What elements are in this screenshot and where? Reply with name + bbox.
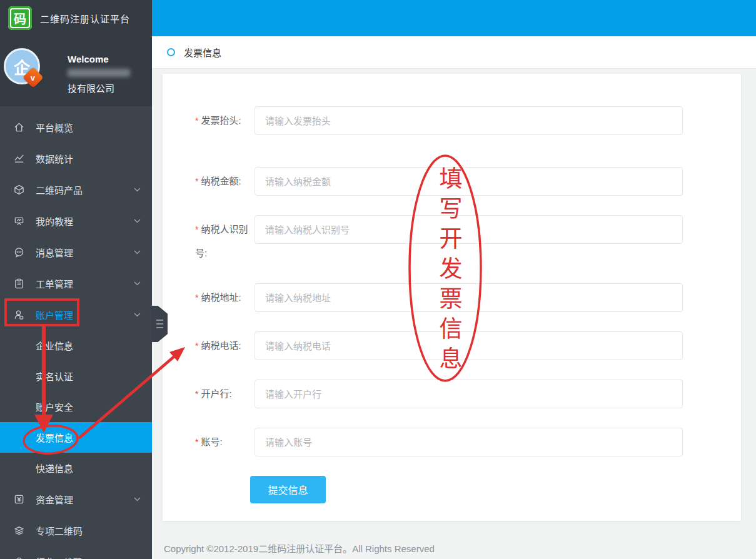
- sidebar-item-label: 账户管理: [36, 308, 73, 321]
- field-label: *开户行:: [195, 382, 255, 406]
- chevron-down-icon: [134, 188, 141, 192]
- company-name-redacted: [68, 69, 130, 77]
- medal-icon: [14, 556, 24, 559]
- chevron-down-icon: [134, 250, 141, 254]
- taxpayer-id-input[interactable]: [255, 215, 683, 244]
- sidebar: 码 二维码注册认证平台 企 v Welcome 技有限公司 平台概览 数据统计 …: [0, 0, 152, 559]
- page-title: 发票信息: [184, 46, 221, 59]
- yen-icon: [14, 494, 24, 505]
- sidebar-subitem-invoice-info[interactable]: 发票信息: [0, 422, 152, 453]
- required-marker: *: [195, 437, 198, 447]
- logo-band: 码 二维码注册认证平台: [0, 0, 152, 36]
- sidebar-item-overview[interactable]: 平台概览: [0, 111, 152, 143]
- chevron-down-icon: [134, 313, 141, 317]
- chat-icon: [14, 247, 24, 258]
- tax-phone-input[interactable]: [255, 331, 683, 360]
- sidebar-item-tutorials[interactable]: 我的教程: [0, 205, 152, 236]
- required-marker: *: [195, 224, 198, 234]
- bank-name-input[interactable]: [255, 380, 683, 408]
- sidebar-item-special-qr[interactable]: 专项二维码: [0, 515, 152, 546]
- sidebar-item-label: 工单管理: [36, 277, 73, 290]
- required-marker: *: [195, 176, 198, 186]
- sidebar-subitem-label: 企业信息: [36, 339, 73, 352]
- required-marker: *: [195, 293, 198, 303]
- sidebar-subitem-label: 实名认证: [36, 370, 73, 383]
- app-logo-icon: 码: [8, 6, 32, 30]
- sidebar-item-label: 消息管理: [36, 246, 73, 259]
- sidebar-item-industry-qr[interactable]: 行业二维码: [0, 546, 152, 559]
- sidebar-item-messages[interactable]: 消息管理: [0, 236, 152, 268]
- invoice-form-card: *发票抬头: *纳税金额: *纳税人识别号: *纳税地址: *纳税电话: *开户…: [163, 74, 741, 521]
- company-suffix: 技有限公司: [68, 81, 114, 94]
- tax-address-input[interactable]: [255, 283, 683, 312]
- sidebar-subitem-label: 快递信息: [36, 461, 73, 475]
- app-title: 二维码注册认证平台: [40, 12, 130, 25]
- account-number-input[interactable]: [255, 428, 683, 456]
- sidebar-subitem-company-info[interactable]: 企业信息: [0, 330, 152, 361]
- top-bar: [152, 0, 756, 36]
- submit-button[interactable]: 提交信息: [250, 476, 326, 503]
- sidebar-item-account[interactable]: 账户管理: [0, 299, 152, 330]
- sidebar-item-label: 数据统计: [36, 152, 73, 165]
- sidebar-subitem-real-name[interactable]: 实名认证: [0, 361, 152, 391]
- field-label: *账号:: [195, 430, 255, 454]
- sidebar-subitem-label: 发票信息: [36, 431, 73, 444]
- sidebar-item-work-orders[interactable]: 工单管理: [0, 268, 152, 299]
- field-label: *纳税电话:: [195, 334, 255, 358]
- sidebar-subitem-account-security[interactable]: 账户安全: [0, 391, 152, 422]
- footer-copyright: Copyright ©2012-2019二维码注册认证平台。All Rights…: [164, 541, 435, 555]
- tax-amount-input[interactable]: [255, 167, 683, 196]
- layers-icon: [14, 525, 24, 536]
- field-label: *纳税人识别号:: [195, 218, 255, 264]
- cube-icon: [14, 184, 24, 195]
- home-icon: [14, 122, 24, 133]
- easel-icon: [14, 216, 24, 226]
- sidebar-subitem-label: 账户安全: [36, 400, 73, 413]
- sidebar-nav: 平台概览 数据统计 二维码产品 我的教程 消息管理 工单管理 账户管: [0, 111, 152, 559]
- clipboard-icon: [14, 278, 24, 289]
- required-marker: *: [195, 116, 198, 126]
- required-marker: *: [195, 341, 198, 351]
- chevron-down-icon: [134, 219, 141, 223]
- breadcrumb-circle-icon: [167, 48, 175, 56]
- field-label: *发票抬头:: [195, 109, 255, 133]
- sidebar-item-funds[interactable]: 资金管理: [0, 483, 152, 515]
- chevron-down-icon: [134, 497, 141, 501]
- sidebar-item-label: 行业二维码: [36, 555, 83, 559]
- sidebar-item-statistics[interactable]: 数据统计: [0, 143, 152, 174]
- content-area: *发票抬头: *纳税金额: *纳税人识别号: *纳税地址: *纳税电话: *开户…: [152, 69, 756, 559]
- sidebar-item-label: 资金管理: [36, 493, 73, 506]
- user-panel: 企 v Welcome 技有限公司: [0, 36, 152, 106]
- user-icon: [14, 310, 24, 320]
- chevron-down-icon: [134, 281, 141, 286]
- field-label: *纳税地址:: [195, 286, 255, 310]
- invoice-title-input[interactable]: [255, 106, 683, 135]
- breadcrumb: 发票信息: [152, 36, 756, 69]
- sidebar-subitem-express-info[interactable]: 快递信息: [0, 453, 152, 483]
- sidebar-item-label: 专项二维码: [36, 524, 83, 537]
- sidebar-item-qr-products[interactable]: 二维码产品: [0, 174, 152, 205]
- sidebar-item-label: 平台概览: [36, 121, 73, 134]
- sidebar-item-label: 我的教程: [36, 214, 73, 228]
- field-label: *纳税金额:: [195, 169, 255, 193]
- sidebar-item-label: 二维码产品: [36, 183, 83, 196]
- welcome-text: Welcome: [68, 54, 109, 64]
- line-chart-icon: [14, 153, 24, 164]
- required-marker: *: [195, 389, 198, 399]
